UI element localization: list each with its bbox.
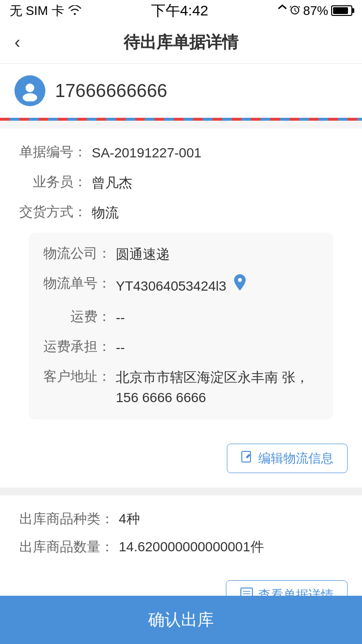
wifi-icon (68, 3, 82, 18)
tracking-no-value: YT43064053424l3 (116, 274, 319, 298)
stats-section: 出库商品种类： 4种 出库商品数量： 14.620000000000001件 (0, 495, 362, 571)
dashed-divider (0, 118, 362, 121)
edit-btn-row: 编辑物流信息 (0, 434, 362, 488)
user-phone: 17666666666 (55, 81, 167, 101)
confirm-button-bar[interactable]: 确认出库 (0, 596, 362, 644)
address-label: 客户地址： (43, 367, 111, 386)
sim-label: 无 SIM 卡 (10, 2, 64, 19)
product-types-value: 4种 (119, 510, 140, 528)
freight-bearer-value: -- (116, 337, 319, 358)
product-qty-value: 14.620000000000001件 (119, 538, 264, 556)
edit-logistics-button[interactable]: 编辑物流信息 (227, 444, 348, 473)
freight-bearer-label: 运费承担： (43, 337, 111, 356)
order-no-label: 单据编号： (19, 143, 87, 161)
location-status-icon (278, 3, 287, 18)
alarm-icon (290, 3, 300, 18)
product-types-row: 出库商品种类： 4种 (19, 510, 343, 528)
salesperson-row: 业务员： 曾凡杰 (19, 173, 343, 193)
svg-point-3 (238, 278, 242, 282)
nav-bar: ‹ 待出库单据详情 (0, 21, 362, 64)
tracking-no-label: 物流单号： (43, 274, 111, 293)
battery-percent: 87% (303, 3, 328, 18)
avatar (14, 75, 45, 106)
freight-label: 运费： (43, 308, 111, 326)
edit-icon (241, 450, 253, 466)
page-title: 待出库单据详情 (124, 31, 238, 54)
address-value: 北京市市辖区海淀区永丰南 张，156 6666 6666 (116, 367, 319, 408)
map-pin-icon[interactable] (232, 274, 248, 298)
logistics-company-label: 物流公司： (43, 244, 111, 263)
tracking-no-row: 物流单号： YT43064053424l3 (43, 274, 319, 298)
status-bar-left: 无 SIM 卡 (10, 2, 82, 19)
delivery-method-value: 物流 (92, 203, 343, 223)
svg-point-2 (23, 93, 37, 101)
order-info-section: 单据编号： SA-20191227-001 业务员： 曾凡杰 交货方式： 物流 … (0, 128, 362, 434)
delivery-method-row: 交货方式： 物流 (19, 203, 343, 223)
address-row: 客户地址： 北京市市辖区海淀区永丰南 张，156 6666 6666 (43, 367, 319, 408)
status-bar-right: 87% (278, 3, 352, 18)
salesperson-value: 曾凡杰 (92, 173, 343, 193)
salesperson-label: 业务员： (19, 173, 87, 191)
freight-bearer-row: 运费承担： -- (43, 337, 319, 358)
back-button[interactable]: ‹ (14, 32, 20, 53)
freight-value: -- (116, 308, 319, 328)
logistics-company-row: 物流公司： 圆通速递 (43, 244, 319, 265)
status-bar-time: 下午4:42 (151, 1, 208, 21)
section-divider (0, 488, 362, 495)
confirm-button-label: 确认出库 (148, 609, 214, 631)
edit-logistics-label: 编辑物流信息 (258, 450, 334, 467)
logistics-card: 物流公司： 圆通速递 物流单号： YT43064053424l3 运费： -- … (29, 233, 333, 420)
delivery-method-label: 交货方式： (19, 203, 87, 221)
user-card: 17666666666 (0, 64, 362, 118)
product-qty-row: 出库商品数量： 14.620000000000001件 (19, 538, 343, 556)
freight-row: 运费： -- (43, 308, 319, 328)
battery-icon (331, 5, 352, 16)
order-no-value: SA-20191227-001 (92, 143, 343, 163)
product-types-label: 出库商品种类： (19, 510, 114, 528)
status-bar: 无 SIM 卡 下午4:42 87% (0, 0, 362, 21)
logistics-company-value: 圆通速递 (116, 244, 319, 265)
svg-point-1 (26, 84, 34, 92)
order-no-row: 单据编号： SA-20191227-001 (19, 143, 343, 163)
product-qty-label: 出库商品数量： (19, 538, 114, 556)
